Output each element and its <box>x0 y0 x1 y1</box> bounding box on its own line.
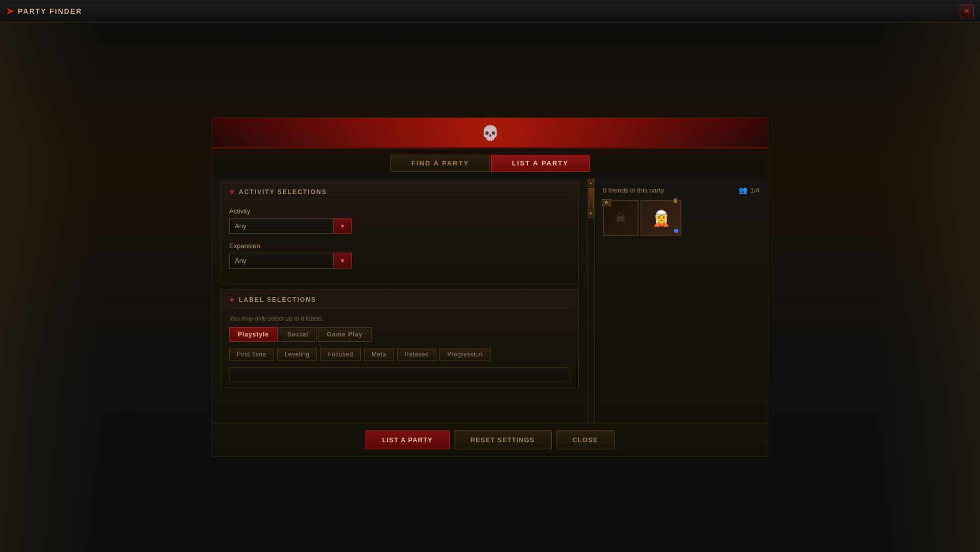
class-skull-icon: ☠ <box>615 211 626 225</box>
label-hint-text: You may only select up to 8 labels. <box>229 315 570 322</box>
label-tab-social[interactable]: Social <box>279 327 317 342</box>
party-count-area: 👥 1/4 <box>739 186 760 194</box>
banner-skull-icon: 💀 <box>481 124 499 141</box>
class-avatar-frame: 9 ☠ <box>603 200 639 236</box>
player-level-badge: 9 <box>602 199 611 206</box>
chip-relaxed[interactable]: Relaxed <box>397 348 437 361</box>
activity-section-title: ACTIVITY SELECTIONS <box>239 188 327 196</box>
label-tab-playstyle[interactable]: Playstyle <box>229 327 278 342</box>
content-area: ❖ ACTIVITY SELECTIONS Activity Any ▼ <box>212 178 768 423</box>
chip-leveling[interactable]: Leveling <box>277 348 317 361</box>
scrollbar-up-arrow[interactable]: ▲ <box>588 179 594 187</box>
character-face: 🧝 <box>652 209 671 227</box>
label-section-header: ❖ LABEL SELECTIONS <box>229 296 570 308</box>
activity-section: ❖ ACTIVITY SELECTIONS Activity Any ▼ <box>220 182 579 283</box>
left-section: ❖ ACTIVITY SELECTIONS Activity Any ▼ <box>212 178 587 423</box>
expansion-select-wrapper: Any ▼ <box>229 253 352 269</box>
party-header: 0 friends in this party 👥 1/4 <box>603 186 760 194</box>
chip-focused[interactable]: Focused <box>320 348 361 361</box>
tabs-row: FIND A PARTY LIST A PARTY <box>212 149 768 178</box>
tab-list-party[interactable]: LIST A PARTY <box>491 155 590 172</box>
party-count-text: 1/4 <box>750 186 760 194</box>
expansion-label: Expansion <box>229 242 570 250</box>
labels-grid: First Time Leveling Focused Meta Relaxed… <box>229 348 570 361</box>
label-tabs-row: Playstyle Social Game Play <box>229 327 570 342</box>
window-title: PARTY FINDER <box>18 7 82 15</box>
activity-diamonds-icon: ❖ <box>229 188 235 196</box>
chip-meta[interactable]: Meta <box>364 348 394 361</box>
title-bar-left: ➤ PARTY FINDER <box>6 6 82 17</box>
expansion-dropdown-arrow[interactable]: ▼ <box>333 253 352 269</box>
reset-settings-button[interactable]: Reset Settings <box>454 430 552 449</box>
bottom-actions: List a Party Reset Settings Close <box>212 423 768 457</box>
panel-banner: 💀 <box>212 118 768 149</box>
list-party-button[interactable]: List a Party <box>365 430 450 449</box>
title-arrow-icon: ➤ <box>6 6 14 17</box>
chip-progression[interactable]: Progression <box>439 348 491 361</box>
main-panel: 💀 FIND A PARTY LIST A PARTY ❖ ACTIVITY S… <box>212 117 768 457</box>
scrollbar-thumb[interactable] <box>589 188 594 208</box>
activity-dropdown-arrow[interactable]: ▼ <box>333 218 352 234</box>
label-section-title: LABEL SELECTIONS <box>239 296 316 303</box>
online-indicator <box>674 229 678 233</box>
chip-first-time[interactable]: First Time <box>229 348 274 361</box>
friends-count-text: 0 friends in this party <box>603 186 664 194</box>
main-content: 💀 FIND A PARTY LIST A PARTY ❖ ACTIVITY S… <box>0 22 980 552</box>
scrollbar: ▲ ▼ <box>587 178 594 423</box>
crown-icon: ♛ <box>673 197 678 204</box>
label-tab-gameplay[interactable]: Game Play <box>318 327 371 342</box>
label-section: ❖ LABEL SELECTIONS You may only select u… <box>220 290 579 388</box>
label-text-input[interactable] <box>229 367 570 381</box>
close-button[interactable]: Close <box>556 430 615 449</box>
right-section: 0 friends in this party 👥 1/4 9 ☠ <box>594 178 768 423</box>
expansion-form-group: Expansion Any ▼ <box>229 242 570 269</box>
activity-label: Activity <box>229 207 570 215</box>
activity-section-header: ❖ ACTIVITY SELECTIONS <box>229 188 570 200</box>
title-bar: ➤ PARTY FINDER ✕ <box>0 0 980 22</box>
character-portrait-frame: ♛ 🧝 <box>641 200 681 236</box>
window-close-button[interactable]: ✕ <box>960 4 974 18</box>
avatar-area: 9 ☠ ♛ 🧝 <box>603 200 760 236</box>
scrollbar-down-arrow[interactable]: ▼ <box>588 209 594 218</box>
tab-find-party[interactable]: FIND A PARTY <box>390 155 490 172</box>
party-group-icon: 👥 <box>739 186 747 194</box>
label-diamonds-icon: ❖ <box>229 296 235 303</box>
activity-form-group: Activity Any ▼ <box>229 207 570 234</box>
activity-select-wrapper: Any ▼ <box>229 218 352 234</box>
